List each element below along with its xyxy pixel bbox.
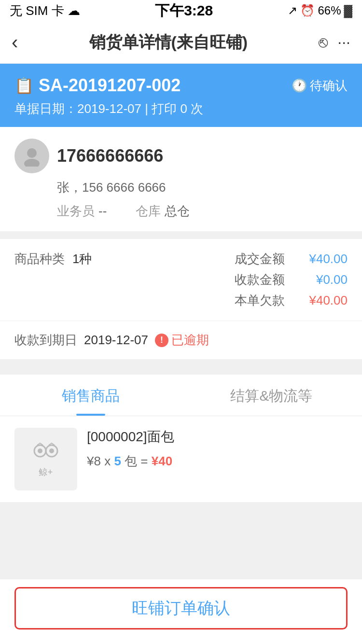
due-date: 2019-12-07 [84, 333, 148, 348]
product-price-row: ¥8 x 5 包 = ¥40 [87, 453, 348, 470]
received-val: ¥0.00 [294, 272, 348, 287]
divider-1 [0, 231, 362, 239]
amount-row: 成交金额 ¥40.00 [235, 251, 348, 267]
customer-phone: 17666666666 [57, 146, 163, 166]
customer-sub: 张，156 6666 6666 [14, 179, 348, 196]
share-button[interactable]: ⎋ [319, 33, 328, 51]
alarm-icon: ⏰ [300, 4, 315, 17]
product-price: ¥8 [87, 454, 101, 468]
product-thumbnail: 鲸+ [14, 428, 77, 490]
category-label: 商品种类 [14, 251, 65, 267]
salesperson-label: 业务员 [57, 203, 95, 220]
thumb-logo-text: 鲸+ [39, 466, 54, 478]
customer-info-row: 业务员 -- 仓库 总仓 [14, 203, 348, 220]
summary-section: 商品种类 1种 成交金额 ¥40.00 收款金额 ¥0.00 本单欠款 ¥40.… [0, 239, 362, 321]
clock-icon: 🕐 [292, 78, 307, 93]
tabs-bar: 销售商品 结算&物流等 [0, 375, 362, 416]
warehouse-label: 仓库 [136, 203, 161, 220]
customer-row: 17666666666 [14, 139, 348, 173]
amount-val: ¥40.00 [294, 252, 348, 266]
salesperson-info: 业务员 -- [57, 203, 107, 220]
page-title: 销货单详情(来自旺铺) [89, 31, 248, 54]
category-val: 1种 [72, 251, 92, 267]
overdue-dot-icon: ! [155, 334, 168, 347]
status-right: ↗ ⏰ 66% ▓ [288, 4, 352, 17]
summary-right: 成交金额 ¥40.00 收款金额 ¥0.00 本单欠款 ¥40.00 [235, 251, 348, 309]
order-id: 📋 SA-20191207-002 [14, 75, 181, 96]
warehouse-val: 总仓 [165, 203, 190, 220]
order-meta: 单据日期：2019-12-07 | 打印 0 次 [14, 100, 348, 117]
product-info: [0000002]面包 ¥8 x 5 包 = ¥40 [87, 428, 348, 470]
overdue-badge: ! 已逾期 [155, 332, 209, 349]
equals: = [140, 454, 151, 468]
location-icon: ↗ [288, 4, 297, 17]
salesperson-val: -- [98, 204, 107, 219]
nav-bar: ‹ 销货单详情(来自旺铺) ⎋ ··· [0, 21, 362, 64]
customer-section: 17666666666 张，156 6666 6666 业务员 -- 仓库 总仓 [0, 127, 362, 231]
status-left: 无 SIM 卡 ☁ [10, 2, 80, 19]
battery-level: 66% [318, 4, 341, 17]
price-separator: x [104, 454, 114, 468]
balance-row: 本单欠款 ¥40.00 [235, 292, 348, 309]
order-icon: 📋 [14, 76, 34, 95]
product-total: ¥40 [152, 454, 172, 468]
product-name: [0000002]面包 [87, 428, 348, 446]
product-quantity: 5 [114, 454, 121, 468]
due-label: 收款到期日 [14, 332, 77, 349]
svg-point-5 [49, 448, 54, 453]
balance-val: ¥40.00 [294, 293, 348, 308]
summary-left: 商品种类 1种 [14, 251, 92, 267]
warehouse-info: 仓库 总仓 [136, 203, 190, 220]
svg-point-0 [27, 148, 37, 158]
amount-label: 成交金额 [235, 251, 285, 267]
svg-point-1 [24, 159, 40, 167]
tab-products[interactable]: 销售商品 [0, 375, 181, 416]
balance-label: 本单欠款 [235, 292, 285, 309]
tab-settlement[interactable]: 结算&物流等 [181, 375, 362, 416]
back-button[interactable]: ‹ [12, 31, 18, 53]
divider-2 [0, 359, 362, 367]
received-row: 收款金额 ¥0.00 [235, 271, 348, 288]
order-status: 🕐 待确认 [292, 77, 348, 94]
more-button[interactable]: ··· [337, 33, 350, 51]
confirm-order-button[interactable]: 旺铺订单确认 [14, 587, 348, 630]
due-date-section: 收款到期日 2019-12-07 ! 已逾期 [0, 321, 362, 359]
battery-icon: ▓ [344, 4, 353, 17]
sim-status: 无 SIM 卡 ☁ [10, 2, 80, 19]
nav-actions: ⎋ ··· [319, 33, 350, 51]
product-unit: 包 [125, 454, 137, 468]
thumb-logo: 鲸+ [31, 440, 60, 478]
overdue-text: 已逾期 [171, 332, 209, 349]
avatar [14, 139, 49, 173]
bottom-bar: 旺铺订单确认 [0, 579, 362, 644]
received-label: 收款金额 [235, 271, 285, 288]
status-bar: 无 SIM 卡 ☁ 下午3:28 ↗ ⏰ 66% ▓ [0, 0, 362, 21]
svg-point-4 [38, 448, 42, 453]
status-time: 下午3:28 [155, 1, 213, 21]
header-card: 📋 SA-20191207-002 🕐 待确认 单据日期：2019-12-07 … [0, 64, 362, 127]
product-item: 鲸+ [0000002]面包 ¥8 x 5 包 = ¥40 [0, 416, 362, 502]
